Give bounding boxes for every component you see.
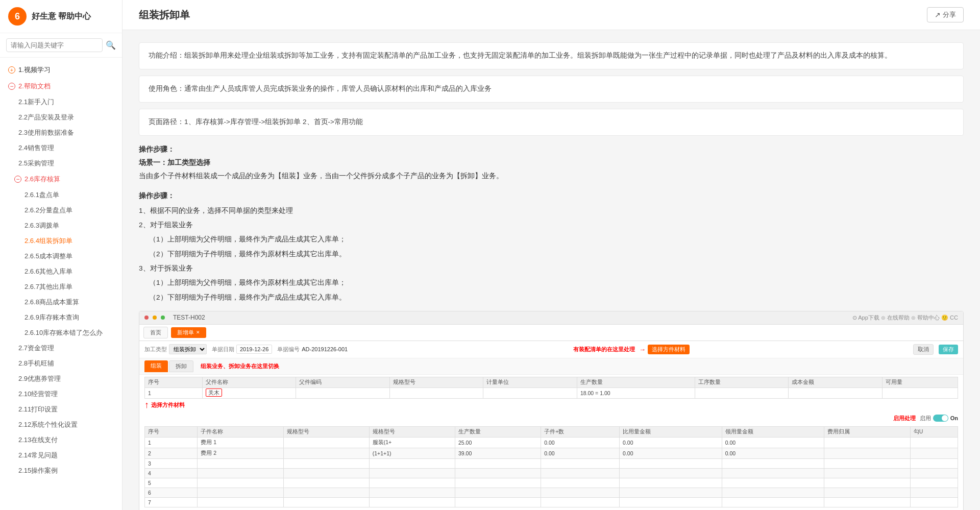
sub-tab-disassemble[interactable]: 拆卸 [169, 360, 193, 372]
sidebar-item-data-prep[interactable]: 2.3使用前数据准备 [0, 125, 122, 140]
sidebar-item-265[interactable]: 2.6.5成本调整单 [0, 249, 122, 264]
col-process-qty: 工序数量 [695, 377, 789, 387]
ann-text-2: 选择方件材料 [151, 401, 185, 409]
search-button[interactable]: 🔍 [106, 40, 116, 50]
search-area: 🔍 [0, 33, 122, 58]
minus-icon-inv: − [14, 176, 21, 183]
steps-sub-title: 操作步骤： [139, 191, 964, 201]
sub-tab-assemble[interactable]: 组装 [144, 360, 168, 372]
table-row: 7 [145, 497, 958, 507]
ann-area-2: ↑ 选择方件材料 [144, 400, 958, 410]
col-parent-name: 父件名称 [202, 377, 296, 387]
sidebar-item-install[interactable]: 2.2产品安装及登录 [0, 110, 122, 125]
sidebar-item-213[interactable]: 2.13在线支付 [0, 432, 122, 448]
topbar: 组装拆卸单 ↗ 分享 [122, 0, 980, 30]
screenshot-icons: ⊙ App下载 ⊙ 在线帮助 ⊙ 帮助中心 🙂 CC [852, 314, 958, 322]
tab-new[interactable]: 新增单 ✕ [171, 327, 206, 338]
form-type-select[interactable]: 组装拆卸 [169, 344, 207, 354]
sidebar-item-29[interactable]: 2.9优惠券管理 [0, 371, 122, 386]
main-area: 组装拆卸单 ↗ 分享 功能介绍：组装拆卸单用来处理企业组装或拆卸等加工业务，支持… [122, 0, 980, 510]
sidebar-item-help-docs[interactable]: − 2.帮助文档 [0, 78, 122, 94]
form-no-value: AD-20191226-001 [302, 346, 348, 352]
btn-select-material[interactable]: 选择方件材料 [648, 345, 690, 354]
sub-tabs-row: 组装 拆卸 组装业务、拆卸业务在这里切换 [139, 358, 963, 375]
sidebar-item-215[interactable]: 2.15操作案例 [0, 463, 122, 478]
form-no-group: 单据编号 AD-20191226-001 [277, 346, 348, 353]
role-intro-text: 使用角色：通常由生产人员或库管人员完成拆装业务的操作，库管人员确认原材料的出库和… [149, 85, 492, 92]
sidebar-item-27[interactable]: 2.7资金管理 [0, 341, 122, 356]
sidebar-item-sales[interactable]: 2.4销售管理 [0, 140, 122, 156]
lower-table-area: 序号 子件名称 规格型号 规格型号 生产数量 子件+数 比用量金额 领用量金额 … [139, 424, 963, 510]
sidebar-item-261[interactable]: 2.6.1盘点单 [0, 187, 122, 203]
sidebar-item-214[interactable]: 2.14常见问题 [0, 448, 122, 463]
sidebar-item-video-learning[interactable]: + 1.视频学习 [0, 62, 122, 78]
sidebar-item-beginner[interactable]: 2.1新手入门 [0, 94, 122, 110]
right-ann-area: 启用处理 启用 On [139, 412, 963, 424]
step3-1: （1）上部明细为父件明细，最终作为原材料生成其它出库单； [139, 277, 964, 289]
upper-table: 序号 父件名称 父件编码 规格型号 计量单位 生产数量 工序数量 成本金额 可用… [144, 377, 958, 399]
logo-title: 好生意 帮助中心 [32, 11, 91, 22]
tab-close-icon[interactable]: ✕ [196, 330, 200, 335]
sidebar-item-28[interactable]: 2.8手机旺辅 [0, 356, 122, 371]
step1: 1、根据不同的业务，选择不同单据的类型来处理 [139, 205, 964, 217]
step2-2: （2）下部明细为子件明细，最终作为原材料生成其它出库单。 [139, 248, 964, 260]
role-intro-box: 使用角色：通常由生产人员或库管人员完成拆装业务的操作，库管人员确认原材料的出库和… [139, 76, 964, 103]
nav-tree: + 1.视频学习 − 2.帮助文档 2.1新手入门 2.2产品安装及登录 2.3… [0, 58, 122, 510]
sidebar-item-262[interactable]: 2.6.2分量盘点单 [0, 203, 122, 218]
nav-children-2: 2.1新手入门 2.2产品安装及登录 2.3使用前数据准备 2.4销售管理 2.… [0, 94, 122, 478]
minus-icon: − [8, 83, 15, 90]
col-unit: 计量单位 [483, 377, 577, 387]
table-row: 3 [145, 458, 958, 468]
col-qty: 生产数量 [577, 377, 695, 387]
step3-2: （2）下部明细为子件明细，最终作为产成品生成其它入库单。 [139, 292, 964, 304]
sidebar-item-269[interactable]: 2.6.9库存账本查询 [0, 310, 122, 325]
table-row: 4 [145, 468, 958, 478]
search-input[interactable] [6, 38, 103, 52]
toggle-switch[interactable] [933, 415, 948, 422]
form-area: 加工类型 组装拆卸 单据日期 2019-12-26 单据编号 AD-201912… [139, 341, 963, 358]
sidebar-item-purchase[interactable]: 2.5采购管理 [0, 156, 122, 171]
lower-table: 序号 子件名称 规格型号 规格型号 生产数量 子件+数 比用量金额 领用量金额 … [144, 426, 958, 507]
btn-save-form[interactable]: 保存 [939, 345, 958, 354]
form-type-label: 加工类型 [144, 346, 167, 353]
sub-tabs: 组装 拆卸 [144, 360, 193, 372]
sidebar-item-267[interactable]: 2.6.7其他出库单 [0, 279, 122, 295]
enable-toggle: 启用 On [920, 415, 958, 422]
annotation-area-1: 有装配清单的在这里处理 → 选择方件材料 [353, 345, 908, 354]
min-dot [153, 315, 157, 320]
btn-cancel-form[interactable]: 取消 [913, 344, 934, 355]
col-seq: 序号 [145, 377, 203, 387]
sidebar-item-210[interactable]: 2.10经营管理 [0, 386, 122, 402]
sidebar-item-263[interactable]: 2.6.3调拨单 [0, 218, 122, 233]
sidebar-item-212[interactable]: 2.12系统个性化设置 [0, 417, 122, 432]
step3: 3、对于拆装业务 [139, 262, 964, 275]
sidebar-item-2610[interactable]: 2.6.10库存账本错了怎么办 [0, 325, 122, 341]
toggle-knob [942, 415, 948, 421]
form-type: 加工类型 组装拆卸 [144, 344, 207, 354]
table-row: 6 [145, 488, 958, 497]
arrow-up-icon: ↑ [144, 400, 149, 410]
col-parent-code: 父件编码 [296, 377, 390, 387]
page-title: 组装拆卸单 [139, 8, 190, 22]
form-date-value: 2019-12-26 [236, 345, 272, 354]
function-intro-box: 功能介绍：组装拆卸单用来处理企业组装或拆卸等加工业务，支持有固定装配清单的产品加… [139, 42, 964, 69]
close-dot [144, 315, 149, 320]
form-no-label: 单据编号 [277, 346, 300, 353]
table-row: 1 费用 1 服装(1+ 25.00 0.00 0.00 0.00 [145, 437, 958, 448]
sidebar-item-211[interactable]: 2.11打印设置 [0, 402, 122, 417]
sidebar-item-inventory[interactable]: − 2.6库存核算 [0, 171, 122, 187]
sidebar-item-264[interactable]: 2.6.4组装拆卸单 [0, 233, 122, 249]
sidebar-item-266[interactable]: 2.6.6其他入库单 [0, 264, 122, 279]
scene1-title: 场景一：加工类型选择 [139, 158, 964, 167]
sidebar: 6 好生意 帮助中心 🔍 + 1.视频学习 − 2.帮助文档 2.1新手入门 2… [0, 0, 122, 510]
parent-name-cell: 关木 [206, 388, 222, 397]
share-button[interactable]: ↗ 分享 [927, 7, 964, 22]
sidebar-item-268[interactable]: 2.6.8商品成本重算 [0, 295, 122, 310]
toggle-on-label: On [950, 415, 958, 421]
nav-section-2: − 2.帮助文档 2.1新手入门 2.2产品安装及登录 2.3使用前数据准备 2… [0, 78, 122, 478]
steps-title: 操作步骤： [139, 145, 964, 154]
form-date-label: 单据日期 [212, 346, 234, 353]
tab-home[interactable]: 首页 [143, 327, 168, 338]
app-tab-bar: 首页 新增单 ✕ [139, 325, 963, 341]
logo-area: 6 好生意 帮助中心 [0, 0, 122, 33]
